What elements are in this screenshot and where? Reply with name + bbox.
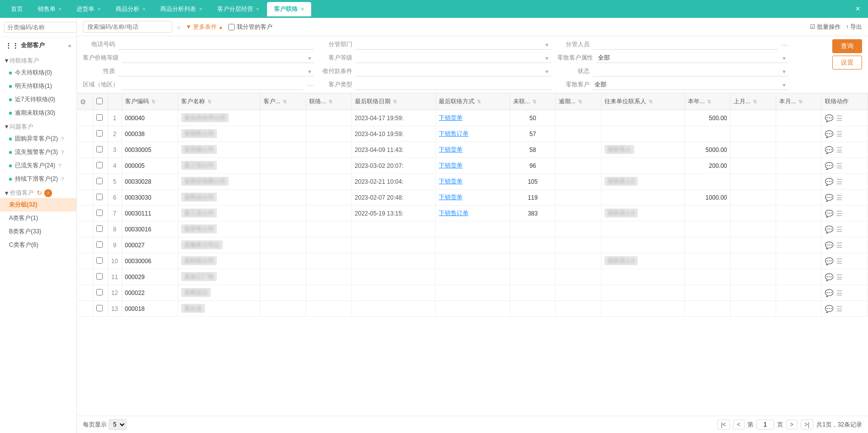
nature-select[interactable] — [118, 66, 314, 76]
contact-grid-icon[interactable]: ☰ — [836, 130, 843, 138]
col-settings-btn[interactable]: ⚙ — [80, 98, 86, 106]
contact-grid-icon[interactable]: ☰ — [836, 178, 843, 186]
close-tab-product-analysis-list[interactable]: × — [199, 6, 202, 12]
sidebar-item-abnormal[interactable]: 固购异常客户(2) ? — [0, 132, 76, 145]
export-btn[interactable]: ↑ 导出 — [846, 23, 862, 31]
sidebar-search-input[interactable] — [4, 22, 77, 33]
sidebar-item-tomorrow-pending[interactable]: 明天待联络(1) — [0, 79, 76, 93]
tab-product-analysis-list[interactable]: 商品分析列表 × — [153, 2, 209, 16]
page-size-select[interactable]: 50 100 200 — [109, 419, 127, 430]
row-checkbox[interactable] — [96, 210, 103, 216]
payment-select[interactable] — [355, 66, 551, 76]
my-customers-check[interactable] — [228, 24, 235, 30]
contact-msg-icon[interactable]: 💬 — [825, 273, 833, 281]
contact-msg-icon[interactable]: 💬 — [825, 162, 833, 170]
contact-grid-icon[interactable]: ☰ — [836, 146, 843, 154]
sidebar-item-class-a[interactable]: A类客户(1) — [0, 212, 76, 225]
contact-msg-icon[interactable]: 💬 — [825, 257, 833, 265]
sidebar-item-class-c[interactable]: C类客户(6) — [0, 238, 76, 252]
row-checkbox[interactable] — [96, 146, 103, 152]
row-checkbox[interactable] — [96, 194, 103, 200]
contact-msg-icon[interactable]: 💬 — [825, 305, 833, 313]
next-page-btn[interactable]: > — [786, 420, 798, 430]
contact-grid-icon[interactable]: ☰ — [836, 241, 843, 249]
row-checkbox[interactable] — [96, 225, 103, 232]
close-tab-customer-tier[interactable]: × — [256, 6, 259, 12]
sidebar-item-overdue-pending[interactable]: 逾期未联络(30) — [0, 106, 76, 120]
row-checkbox[interactable] — [96, 273, 103, 280]
col-contact[interactable]: 联络... ⇅ — [306, 93, 351, 110]
sidebar-item-ungrouped[interactable]: 未分组(32) — [0, 198, 76, 212]
retail-attr-select[interactable]: 全部 — [596, 53, 789, 63]
row-checkbox[interactable] — [96, 241, 103, 248]
row-checkbox[interactable] — [96, 305, 103, 311]
cust-level-select[interactable] — [355, 53, 551, 63]
tab-product-analysis[interactable]: 商品分析 × — [109, 2, 152, 16]
contact-msg-icon[interactable]: 💬 — [825, 114, 833, 122]
sidebar-item-7day-pending[interactable]: 近7天待联络(0) — [0, 93, 76, 106]
col-code[interactable]: 客户编码 ⇅ — [122, 93, 178, 110]
query-button[interactable]: 查询 — [832, 39, 862, 53]
contact-grid-icon[interactable]: ☰ — [836, 114, 843, 122]
contact-grid-icon[interactable]: ☰ — [836, 210, 843, 217]
col-last-method[interactable]: 最后联络方式 ⇅ — [436, 93, 510, 110]
col-this-month[interactable]: 本月... ⇅ — [776, 93, 821, 110]
contact-grid-icon[interactable]: ☰ — [836, 257, 843, 265]
contact-msg-icon[interactable]: 💬 — [825, 225, 833, 233]
collapse-sidebar-icon[interactable]: « — [68, 42, 71, 49]
tab-purchase[interactable]: 进货单 × — [69, 2, 107, 16]
contact-grid-icon[interactable]: ☰ — [836, 273, 843, 281]
row-checkbox[interactable] — [96, 162, 103, 168]
contact-msg-icon[interactable]: 💬 — [825, 194, 833, 202]
sidebar-item-today-pending[interactable]: 今天待联络(0) — [0, 66, 76, 79]
contact-msg-icon[interactable]: 💬 — [825, 146, 833, 154]
close-tab-product-analysis[interactable]: × — [142, 6, 145, 12]
col-name[interactable]: 客户名称 ⇅ — [178, 93, 260, 110]
price-level-select[interactable] — [122, 53, 314, 63]
row-checkbox[interactable] — [96, 289, 103, 295]
row-checkbox[interactable] — [96, 114, 103, 121]
close-tab-sales[interactable]: × — [59, 6, 62, 12]
tab-home[interactable]: 首页 — [4, 2, 30, 16]
contact-grid-icon[interactable]: ☰ — [836, 289, 843, 297]
contact-msg-icon[interactable]: 💬 — [825, 130, 833, 138]
valuation-refresh-icon[interactable]: ↻ — [37, 189, 42, 197]
contact-msg-icon[interactable]: 💬 — [825, 241, 833, 249]
prev-page-btn[interactable]: < — [733, 420, 744, 430]
page-number-input[interactable] — [756, 420, 774, 430]
first-page-btn[interactable]: |< — [717, 420, 730, 430]
col-last-date[interactable]: 最后联络日期 ⇅ — [351, 93, 435, 110]
retail-select[interactable]: 全部 — [593, 79, 789, 90]
sidebar-item-churned[interactable]: 已流失客户(24) ? — [0, 159, 76, 172]
contact-grid-icon[interactable]: ☰ — [836, 162, 843, 170]
contact-msg-icon[interactable]: 💬 — [825, 289, 833, 297]
tab-customer-contact[interactable]: 客户联络 × — [267, 2, 311, 16]
tab-customer-tier[interactable]: 客户分层经营 × — [210, 2, 266, 16]
row-checkbox[interactable] — [96, 257, 103, 264]
phone-input[interactable] — [118, 39, 314, 50]
row-checkbox[interactable] — [96, 178, 103, 184]
window-close-btn[interactable]: × — [852, 4, 864, 13]
all-customers-header[interactable]: ⋮⋮ 全部客户 « — [0, 37, 76, 54]
close-tab-customer-contact[interactable]: × — [301, 6, 304, 12]
status-select[interactable] — [593, 66, 789, 76]
select-all-checkbox[interactable] — [96, 98, 103, 104]
sidebar-item-class-b[interactable]: B类客户(33) — [0, 225, 76, 238]
col-type[interactable]: 客户... ⇅ — [260, 93, 306, 110]
tab-sales[interactable]: 销售单 × — [31, 2, 68, 16]
contact-grid-icon[interactable]: ☰ — [836, 305, 843, 313]
sidebar-item-declining[interactable]: 持续下滑客户(2) ? — [0, 172, 76, 186]
region-dots[interactable]: ··· — [306, 81, 314, 89]
more-conditions-btn[interactable]: ▼ 更多条件 ▲ — [186, 23, 223, 31]
sidebar-item-churn-warning[interactable]: 流失预警客户(3) ? — [0, 145, 76, 159]
col-unit-contact[interactable]: 往来单位联系人 ⇅ — [601, 93, 684, 110]
filter-search-input[interactable] — [83, 21, 172, 33]
filter-search-icon[interactable]: ⌕ — [177, 23, 181, 30]
col-this-year[interactable]: 本年... ⇅ — [685, 93, 731, 110]
close-tab-purchase[interactable]: × — [97, 6, 100, 12]
batch-ops-btn[interactable]: ☑ 批量操作 — [810, 23, 841, 31]
region-input[interactable] — [122, 79, 303, 90]
row-checkbox[interactable] — [96, 130, 103, 137]
contact-msg-icon[interactable]: 💬 — [825, 210, 833, 217]
contact-msg-icon[interactable]: 💬 — [825, 178, 833, 186]
